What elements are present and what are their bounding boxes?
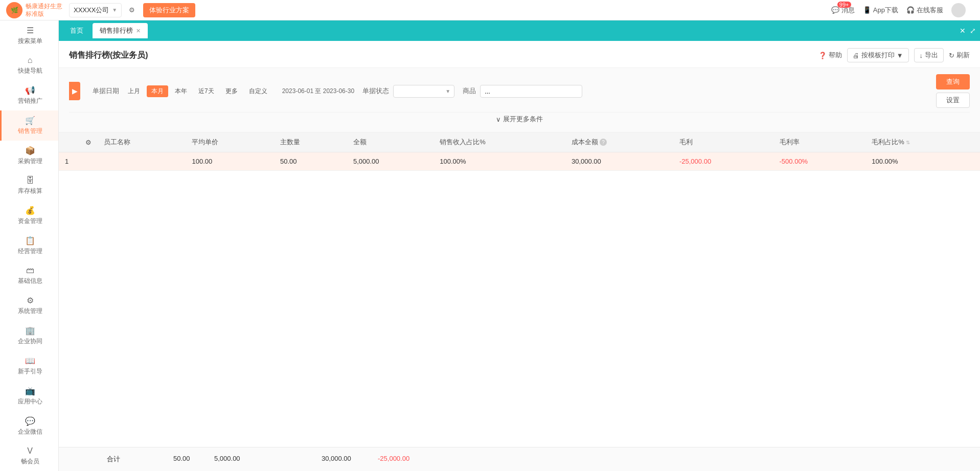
filter-arrow-button[interactable]: ▶ (69, 82, 80, 100)
cell-sales-pct: 100.00% (434, 152, 565, 171)
date-btn-last-month[interactable]: 上月 (123, 85, 145, 97)
help-icon: ❓ (818, 52, 827, 59)
expand-filters-button[interactable]: ∨ 展开更多条件 (496, 115, 543, 124)
trial-button[interactable]: 体验行业方案 (143, 3, 195, 17)
date-btn-this-year[interactable]: 本年 (170, 85, 192, 97)
wechat-icon: 💬 (25, 416, 35, 426)
date-btn-this-month[interactable]: 本月 (147, 85, 168, 97)
export-button[interactable]: ↓ 导出 (914, 48, 944, 62)
th-cost: 成本全额 ? (565, 132, 673, 152)
tab-maximize-icon[interactable]: ⤢ (970, 27, 976, 35)
tab-bar-right: ✕ ⤢ (960, 27, 976, 35)
th-settings[interactable]: ⚙ (79, 132, 98, 152)
cell-employee (98, 152, 186, 171)
goods-input[interactable] (480, 85, 582, 98)
sidebar-item-purchase[interactable]: 📦 采购管理 (0, 141, 58, 171)
tab-home[interactable]: 首页 (63, 23, 90, 38)
tab-sales-rank[interactable]: 销售排行榜 ✕ (93, 23, 148, 38)
table-row: 1 100.00 50.00 (59, 152, 980, 171)
export-icon: ↓ (920, 52, 923, 59)
message-button[interactable]: 💬 消息 99+ (831, 6, 855, 15)
cell-rank: 1 (59, 152, 79, 171)
app-download-button[interactable]: 📱 App下载 (863, 6, 898, 15)
headset-icon: 🎧 (906, 6, 915, 14)
inventory-icon: 🗄 (26, 176, 34, 185)
sidebar-item-finance[interactable]: 💰 资金管理 (0, 200, 58, 231)
sidebar-item-search[interactable]: ☰ 搜索菜单 (0, 20, 58, 51)
th-gross: 毛利 (673, 132, 773, 152)
tab-bar: 首页 销售排行榜 ✕ ✕ ⤢ (59, 20, 980, 41)
home-icon: ⌂ (28, 56, 33, 65)
filter-row-1: ▶ 单据日期 上月 本月 本年 近7天 更多 自定义 (69, 74, 970, 108)
sidebar-item-enterprise[interactable]: 🏢 企业协同 (0, 321, 58, 351)
member-icon: V (27, 446, 33, 456)
marketing-icon: 📢 (25, 85, 35, 95)
cost-info-icon[interactable]: ? (600, 139, 607, 146)
table-area: ⚙ 员工名称 平均单价 主数量 全额 (59, 132, 980, 447)
th-amount: 全额 (347, 132, 434, 152)
settings-small-button[interactable]: 设置 (936, 93, 970, 108)
date-range-display: 2023-06-01 至 2023-06-30 (282, 87, 354, 96)
logo-icon: 🌿 (6, 2, 22, 18)
sort-icon[interactable]: ⇅ (906, 140, 910, 145)
appcenter-icon: 📺 (25, 386, 35, 396)
sidebar-item-system[interactable]: ⚙ 系统管理 (0, 290, 58, 321)
help-button[interactable]: ❓ 帮助 (818, 51, 842, 60)
footer-total-label: 合计 (101, 453, 126, 466)
th-employee: 员工名称 (98, 132, 186, 152)
sidebar-item-appcenter[interactable]: 📺 应用中心 (0, 381, 58, 411)
company-selector[interactable]: XXXXX公司 ▼ (69, 3, 122, 17)
sidebar-item-basicinfo[interactable]: 🗃 基础信息 (0, 261, 58, 290)
sidebar-item-guide[interactable]: 📖 新手引导 (0, 351, 58, 381)
cell-settings (79, 152, 98, 171)
sidebar-item-sales[interactable]: 🛒 销售管理 (0, 110, 58, 141)
date-btn-7days[interactable]: 近7天 (194, 85, 219, 97)
logo-text: 畅康通好生意 标准版 (26, 3, 62, 17)
data-table: ⚙ 员工名称 平均单价 主数量 全额 (59, 132, 980, 171)
footer-main-qty: 50.00 (167, 453, 208, 466)
table-footer: 合计 50.00 5,000.00 30,000.00 -25,000.00 (59, 447, 980, 471)
sidebar-item-member[interactable]: V 畅会员 (0, 441, 58, 471)
basicinfo-icon: 🗃 (26, 266, 34, 275)
th-gross-rate: 毛利率 (773, 132, 866, 152)
cell-amount: 5,000.00 (347, 152, 434, 171)
logo: 🌿 畅康通好生意 标准版 (6, 2, 65, 18)
system-icon: ⚙ (27, 296, 34, 305)
tab-close-icon[interactable]: ✕ (136, 28, 141, 34)
settings-icon[interactable]: ⚙ (125, 3, 139, 17)
filter-collapse-row: ∨ 展开更多条件 (69, 112, 970, 126)
tab-close-all-icon[interactable]: ✕ (960, 27, 966, 35)
status-select[interactable] (393, 85, 454, 98)
th-rank (59, 132, 79, 152)
query-button[interactable]: 查询 (936, 74, 970, 89)
filter-area: ▶ 单据日期 上月 本月 本年 近7天 更多 自定义 (59, 68, 980, 132)
date-label: 单据日期 (93, 86, 119, 96)
page-content: 销售排行榜(按业务员) ❓ 帮助 🖨 按模板打印 ▼ ↓ 导出 (59, 41, 980, 471)
top-bar-right: 💬 消息 99+ 📱 App下载 🎧 在线客服 (831, 3, 974, 17)
cell-cost: 30,000.00 (565, 152, 673, 171)
search-icon: ☰ (27, 26, 34, 35)
sidebar-item-quicknav[interactable]: ⌂ 快捷导航 (0, 51, 58, 80)
sidebar: ☰ 搜索菜单 ⌂ 快捷导航 📢 营销推广 🛒 销售管理 📦 采购管理 🗄 库存核… (0, 20, 59, 471)
th-main-qty: 主数量 (274, 132, 347, 152)
sidebar-item-inventory[interactable]: 🗄 库存核算 (0, 171, 58, 200)
print-chevron-icon: ▼ (897, 52, 903, 59)
company-name: XXXXX公司 (74, 6, 109, 15)
online-service-button[interactable]: 🎧 在线客服 (906, 6, 943, 15)
sidebar-item-operation[interactable]: 📋 经营管理 (0, 231, 58, 261)
status-filter-group: 单据状态 (362, 85, 454, 98)
avatar[interactable] (951, 3, 966, 17)
date-btn-more[interactable]: 更多 (221, 85, 242, 97)
th-sales-pct: 销售收入占比% (434, 132, 565, 152)
th-gross-pct: 毛利占比% ⇅ (865, 132, 980, 152)
print-button[interactable]: 🖨 按模板打印 ▼ (847, 48, 909, 62)
page-header: 销售排行榜(按业务员) ❓ 帮助 🖨 按模板打印 ▼ ↓ 导出 (59, 41, 980, 68)
operation-icon: 📋 (25, 236, 35, 245)
sidebar-item-wechat[interactable]: 💬 企业微信 (0, 411, 58, 441)
purchase-icon: 📦 (25, 146, 35, 155)
refresh-button[interactable]: ↻ 刷新 (949, 51, 970, 60)
date-btn-custom[interactable]: 自定义 (244, 85, 272, 97)
sidebar-item-marketing[interactable]: 📢 营销推广 (0, 80, 58, 110)
th-avg-price: 平均单价 (186, 132, 274, 152)
table-body: 1 100.00 50.00 (59, 152, 980, 171)
